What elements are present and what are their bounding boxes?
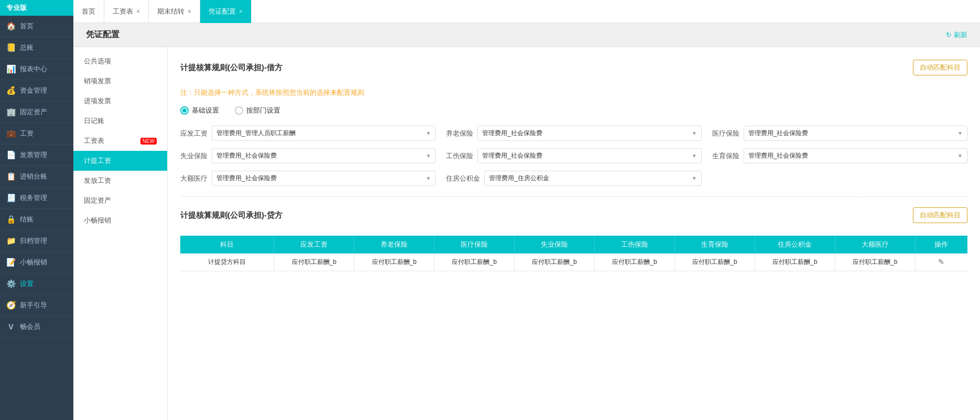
field-select-value-zhufang: 管理费用_住房公积金	[489, 174, 689, 183]
field-select-value-shiye: 管理费用_社会保险费	[216, 151, 423, 160]
field-select-shiye[interactable]: 管理费用_社会保险费 ▼	[212, 148, 435, 163]
table-header-yiliao: 医疗保险	[434, 236, 515, 253]
sidebar-item-close[interactable]: 🔒 结账	[0, 209, 73, 230]
tab-payroll-table-label: 工资表	[113, 7, 133, 16]
radio-basic[interactable]: 基础设置	[180, 106, 219, 115]
sidebar-item-xiao-chang[interactable]: 📝 小畅报销	[0, 252, 73, 273]
field-row-yiliao: 医疗保险 管理费用_社会保险费 ▼	[712, 126, 967, 141]
sidebar-item-home[interactable]: 🏠 首页	[0, 16, 73, 37]
sidebar-item-fixed-assets[interactable]: 🏢 固定资产	[0, 102, 73, 123]
sidebar-item-purchase-sales[interactable]: 📋 进销台账	[0, 166, 73, 187]
left-nav-label: 日记账	[84, 116, 104, 126]
field-grid: 应发工资 管理费用_管理人员职工薪酬 ▼ 养老保险 管理费用_社会保险费 ▼	[180, 126, 967, 186]
main-area: 首页 工资表 × 期末结转 × 凭证配置 × 凭证配置 ↻ 刷新 公共选项	[73, 0, 980, 420]
sidebar-item-label: 进销台账	[20, 172, 47, 181]
tab-payroll-close-icon[interactable]: ×	[136, 8, 140, 15]
sidebar-item-guide[interactable]: 🧭 新手引导	[0, 295, 73, 316]
table-cell-yiliao: 应付职工薪酬_b	[434, 253, 515, 271]
tab-home[interactable]: 首页	[73, 0, 104, 23]
left-nav-label: 小畅报销	[84, 216, 111, 225]
field-label-yingfa: 应发工资	[180, 129, 208, 138]
field-row-yanglao: 养老保险 管理费用_社会保险费 ▼	[446, 126, 701, 141]
table-header-caozuo: 操作	[916, 236, 967, 253]
field-select-value-daeyiliao: 管理费用_社会保险费	[216, 174, 423, 183]
left-nav-label: 工资表	[84, 136, 104, 146]
sidebar-item-member[interactable]: V 畅会员	[0, 316, 73, 338]
sidebar-item-capital[interactable]: 💰 资金管理	[0, 80, 73, 102]
field-select-zhufang[interactable]: 管理费用_住房公积金 ▼	[484, 171, 701, 186]
field-select-yiliao[interactable]: 管理费用_社会保险费 ▼	[744, 126, 967, 141]
right-content: 计提核算规则(公司承担)-借方 自动匹配科目 注：只能选择一种方式，系统将按照您…	[168, 47, 980, 420]
refresh-button[interactable]: ↻ 刷新	[946, 30, 967, 40]
table-cell-shiye: 应付职工薪酬_b	[515, 253, 595, 271]
radio-basic-circle[interactable]	[180, 106, 189, 115]
tab-period-close-icon[interactable]: ×	[188, 8, 191, 15]
sidebar-item-invoice-mgmt[interactable]: 📄 发票管理	[0, 145, 73, 166]
tab-home-label: 首页	[82, 7, 95, 16]
sidebar-item-general-ledger[interactable]: 📒 总账	[0, 37, 73, 59]
left-nav-journal[interactable]: 日记账	[73, 111, 167, 131]
field-label-zhufang: 住房公积金	[446, 174, 480, 183]
left-navigation: 公共选项 销项发票 进项发票 日记账 工资表 NEW 计提工资 发放工资 固	[73, 47, 168, 420]
left-nav-label: 固定资产	[84, 196, 111, 205]
sidebar-item-label: 归档管理	[20, 236, 47, 246]
edit-icon[interactable]: ✎	[938, 258, 944, 266]
field-label-gongshang: 工伤保险	[446, 151, 473, 161]
left-nav-purchase-invoice[interactable]: 进项发票	[73, 91, 167, 111]
new-badge: NEW	[140, 138, 157, 145]
reports-icon: 📊	[6, 64, 16, 74]
refresh-label: 刷新	[954, 30, 967, 40]
field-row-yingfa: 应发工资 管理费用_管理人员职工薪酬 ▼	[180, 126, 435, 141]
left-nav-label: 公共选项	[84, 57, 111, 66]
tab-payroll-table[interactable]: 工资表 ×	[104, 0, 149, 23]
sidebar-item-tax-mgmt[interactable]: 🧾 税务管理	[0, 187, 73, 209]
table-cell-edit[interactable]: ✎	[916, 253, 967, 271]
left-nav-calc-payroll[interactable]: 计提工资	[73, 151, 167, 171]
radio-dept[interactable]: 按部门设置	[235, 106, 280, 115]
field-select-daeyiliao[interactable]: 管理费用_社会保险费 ▼	[212, 171, 435, 186]
left-nav-public-options[interactable]: 公共选项	[73, 51, 167, 71]
left-nav-petty-expense[interactable]: 小畅报销	[73, 211, 167, 230]
sidebar-item-settings[interactable]: ⚙️ 设置	[0, 273, 73, 295]
section2: 计提核算规则(公司承担)-贷方 自动匹配科目 科目 应发工资 养老保险 医疗保险…	[180, 207, 967, 271]
field-select-value-yiliao: 管理费用_社会保险费	[748, 129, 955, 138]
invoice-icon: 📄	[6, 150, 16, 160]
sidebar-item-label: 设置	[20, 279, 34, 289]
sidebar-item-reports[interactable]: 📊 报表中心	[0, 59, 73, 80]
page-title: 凭证配置	[86, 29, 119, 40]
table-cell-shengyu: 应付职工薪酬_b	[675, 253, 755, 271]
left-nav-label: 销项发票	[84, 76, 111, 86]
left-nav-sales-invoice[interactable]: 销项发票	[73, 71, 167, 91]
chevron-down-icon: ▼	[957, 130, 963, 136]
tax-icon: 🧾	[6, 193, 16, 203]
tab-period-close[interactable]: 期末结转 ×	[149, 0, 200, 23]
tab-voucher-config[interactable]: 凭证配置 ×	[200, 0, 252, 23]
field-select-value-yanglao: 管理费用_社会保险费	[482, 129, 689, 138]
section2-header: 计提核算规则(公司承担)-贷方 自动匹配科目	[180, 207, 967, 229]
section1-title: 计提核算规则(公司承担)-借方	[180, 63, 282, 73]
field-select-gongshang[interactable]: 管理费用_社会保险费 ▼	[477, 148, 701, 163]
table-header-yanglao: 养老保险	[354, 236, 434, 253]
section1-auto-match-button[interactable]: 自动匹配科目	[913, 60, 967, 75]
left-nav-fixed-assets-nav[interactable]: 固定资产	[73, 191, 167, 211]
field-select-shengyu[interactable]: 管理费用_社会保险费 ▼	[744, 148, 967, 163]
left-nav-pay-payroll[interactable]: 发放工资	[73, 171, 167, 191]
field-select-yingfa[interactable]: 管理费用_管理人员职工薪酬 ▼	[212, 126, 435, 141]
sidebar-item-payroll[interactable]: 💼 工资	[0, 123, 73, 145]
tab-voucher-config-close-icon[interactable]: ×	[239, 8, 243, 15]
sidebar-item-archive[interactable]: 📁 归档管理	[0, 230, 73, 252]
table-header-shengyu: 生育保险	[675, 236, 755, 253]
sidebar-item-label: 首页	[20, 21, 34, 31]
left-nav-payroll-table[interactable]: 工资表 NEW	[73, 131, 167, 151]
radio-dept-circle[interactable]	[235, 106, 243, 115]
field-row-daeyiliao: 大额医疗 管理费用_社会保险费 ▼	[180, 171, 435, 186]
field-select-value-yingfa: 管理费用_管理人员职工薪酬	[216, 129, 423, 138]
field-select-value-shengyu: 管理费用_社会保险费	[748, 151, 955, 160]
section1-note: 注：只能选择一种方式，系统将按照您当前的选择来配置规则	[180, 88, 967, 97]
guide-icon: 🧭	[6, 301, 16, 310]
table-row: 计提贷方科目 应付职工薪酬_b 应付职工薪酬_b 应付职工薪酬_b 应付职工薪酬…	[180, 253, 967, 271]
field-row-shengyu: 生育保险 管理费用_社会保险费 ▼	[712, 148, 967, 163]
section2-auto-match-button[interactable]: 自动匹配科目	[913, 207, 967, 223]
field-select-yanglao[interactable]: 管理费用_社会保险费 ▼	[477, 126, 701, 141]
sidebar-item-label: 小畅报销	[20, 258, 47, 267]
